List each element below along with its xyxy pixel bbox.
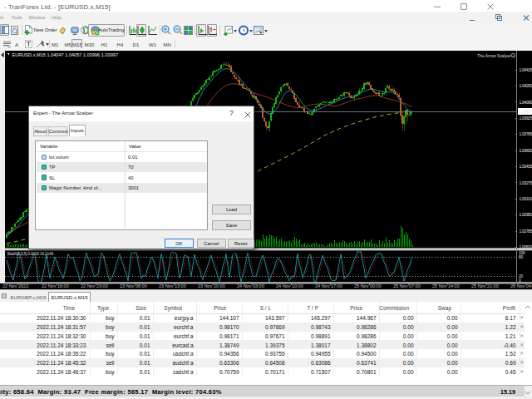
svg-text:25 Nov 21:00: 25 Nov 21:00 [471, 283, 499, 288]
svg-text:1.03997: 1.03997 [519, 109, 532, 114]
svg-text:23 Nov 06:00: 23 Nov 06:00 [120, 283, 147, 288]
svg-text:1.03435: 1.03435 [520, 164, 532, 169]
svg-text:25 Nov 07:00: 25 Nov 07:00 [393, 283, 421, 288]
svg-text:26 Nov 04:00: 26 Nov 04:00 [510, 283, 532, 288]
svg-text:80: 80 [519, 255, 523, 259]
svg-text:24 Nov 17:00: 24 Nov 17:00 [315, 283, 342, 288]
svg-text:1.02620: 1.02620 [520, 244, 532, 249]
svg-text:22 Nov 16:00: 22 Nov 16:00 [42, 283, 69, 288]
svg-text:1.03275: 1.03275 [520, 180, 532, 185]
svg-text:Stoch(5,3,3) 0.0000 16.2149: Stoch(5,3,3) 0.0000 16.2149 [7, 252, 54, 256]
svg-text:22 Nov 2022: 22 Nov 2022 [2, 283, 28, 288]
svg-text:25 Nov 00:00: 25 Nov 00:00 [354, 283, 382, 288]
svg-text:24 Nov 10:00: 24 Nov 10:00 [276, 283, 303, 288]
svg-text:1.03110: 1.03110 [520, 196, 532, 201]
svg-text:1.02950: 1.02950 [520, 212, 532, 217]
svg-text:22 Nov 23:00: 22 Nov 23:00 [81, 283, 108, 288]
svg-text:23 Nov 13:00: 23 Nov 13:00 [159, 283, 186, 288]
svg-text:1.03765: 1.03765 [520, 131, 532, 136]
svg-text:24 Nov 03:00: 24 Nov 03:00 [237, 283, 264, 288]
svg-text:25 Nov 14:00: 25 Nov 14:00 [432, 283, 460, 288]
svg-text:1.03925: 1.03925 [520, 116, 532, 121]
svg-text:1.02785: 1.02785 [520, 229, 532, 234]
svg-text:1.03600: 1.03600 [520, 148, 532, 153]
svg-text:EURUSD.x,M15 1.04047 1.04057: EURUSD.x,M15 1.04047 1.04057 1.03996 1.0… [12, 52, 119, 57]
svg-text:23 Nov 20:00: 23 Nov 20:00 [198, 283, 225, 288]
svg-text:1.04415: 1.04415 [520, 67, 532, 72]
svg-text:1.04090: 1.04090 [520, 100, 532, 105]
svg-text:The Arrow Scalper: The Arrow Scalper [477, 54, 511, 58]
svg-text:1.04250: 1.04250 [520, 83, 532, 88]
